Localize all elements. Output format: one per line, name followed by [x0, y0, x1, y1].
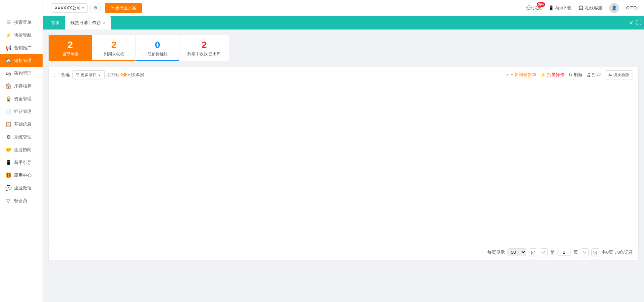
marketing-icon: 📢	[5, 45, 11, 51]
sidebar-item-sales[interactable]: 🏠 销售管理	[0, 54, 43, 67]
sidebar-item-member[interactable]: ▽ 畅会员	[0, 194, 43, 207]
sidebar-label-system: 系统管理	[14, 134, 32, 140]
filter-chevron-icon: ∨	[98, 72, 101, 77]
switch-icon: ⇆	[608, 72, 612, 77]
sidebar-item-purchase[interactable]: 🛍 采购管理	[0, 67, 43, 80]
tab-label-1: 钱货日清工作台	[70, 20, 101, 26]
settings-button[interactable]: ⚙	[90, 3, 101, 13]
sidebar-item-system[interactable]: ⚙ 系统管理	[0, 131, 43, 143]
tab-label-0: 首页	[51, 20, 60, 26]
sidebar-label-member: 畅会员	[14, 198, 27, 204]
company-name: XXXXXX公司	[55, 5, 81, 11]
chevron-down-icon: ▾	[82, 6, 84, 10]
sidebar-item-wechat[interactable]: 💬 企业微信	[0, 182, 43, 194]
expand-tab-button[interactable]: ⛶	[636, 20, 641, 26]
sidebar-label-purchase: 采购管理	[14, 70, 32, 76]
trial-button[interactable]: 体验行业方案	[105, 3, 142, 13]
top-header: 6 畅捷通好生意 标准版 XXXXXX公司 ▾ ⚙ 体验行业方案 💬 消息 99…	[0, 0, 644, 16]
last-page-button[interactable]: ▷|	[591, 248, 599, 256]
service-icon: 🎧	[578, 5, 584, 10]
next-page-button[interactable]: ▷	[581, 248, 589, 256]
stat-card-0[interactable]: 2 全部单据	[49, 35, 92, 61]
sidebar-label-enterprise: 企业协同	[14, 147, 32, 153]
company-selector[interactable]: XXXXXX公司 ▾	[51, 3, 88, 13]
add-label: + 新增销货单	[511, 72, 536, 78]
add-sales-order-button[interactable]: ＋ + 新增销货单	[505, 72, 536, 78]
refresh-button[interactable]: ↻ 刷新	[569, 72, 582, 78]
select-all-checkbox[interactable]	[54, 73, 58, 77]
page-size-label: 每页显示	[487, 249, 505, 255]
sidebar-item-capital[interactable]: 🔒 资金管理	[0, 93, 43, 105]
close-tab-button[interactable]: ✕	[629, 20, 633, 26]
tab-close-1[interactable]: ×	[103, 20, 105, 25]
sidebar-label-wechat: 企业微信	[14, 185, 32, 191]
first-page-button[interactable]: |◁	[529, 248, 537, 256]
system-icon: ⚙	[5, 134, 11, 140]
operation-icon: 📄	[5, 109, 11, 115]
member-icon: ▽	[5, 198, 11, 204]
stat-label-3: 到期未收款 已出库	[187, 51, 221, 57]
sidebar-label-sales: 销售管理	[14, 58, 32, 64]
toolbar-right: ＋ + 新增销货单 ⚡ 批量操作 ↻ 刷新 🖨 打印 ⇆ 切换新版	[505, 70, 633, 79]
sidebar-item-marketing[interactable]: 📢 营销推广	[0, 42, 43, 54]
online-service-button[interactable]: 🎧 在线客服	[578, 5, 602, 11]
gear-icon: ⚙	[94, 5, 98, 10]
sidebar-item-operation[interactable]: 📄 经营管理	[0, 105, 43, 118]
toolbar: 全选 ▽ 更多条件 ∨ 共找到 0条 相关单据 ＋ + 新增销货单 ⚡ 批量操作	[49, 67, 638, 83]
stat-card-3[interactable]: 2 到期未收款 已出库	[179, 35, 229, 61]
sidebar-label-guide: 新手引导	[14, 160, 32, 166]
app-center-icon: 🎁	[5, 172, 11, 178]
sidebar-label-operation: 经营管理	[14, 109, 32, 115]
print-label: 打印	[592, 72, 601, 78]
guide-icon: 📱	[5, 160, 11, 166]
sidebar-item-basic-info[interactable]: 📋 基础信息	[0, 118, 43, 131]
sidebar-item-inventory[interactable]: 🏠 库存核算	[0, 80, 43, 93]
tab-1[interactable]: 钱货日清工作台×	[65, 16, 111, 29]
stat-card-1[interactable]: 2 到期未收款	[92, 35, 136, 61]
table-container: 全选 ▽ 更多条件 ∨ 共找到 0条 相关单据 ＋ + 新增销货单 ⚡ 批量操作	[48, 67, 639, 261]
sidebar-item-quick-nav[interactable]: ⚡ 快捷导航	[0, 29, 43, 42]
stat-card-2[interactable]: 0 旺辅待确认	[136, 35, 179, 61]
page-size-select[interactable]: 2050100	[507, 248, 526, 256]
batch-label: 批量操作	[547, 72, 565, 78]
enterprise-icon: 🤝	[5, 147, 11, 153]
pagination: 每页显示 2050100 |◁ ◁ 第 页 ▷ ▷| 共0页，0条记录	[49, 244, 638, 260]
batch-operation-button[interactable]: ⚡ 批量操作	[540, 72, 565, 78]
sidebar-item-enterprise[interactable]: 🤝 企业协同	[0, 143, 43, 156]
sidebar-item-app-center[interactable]: 🎁 应用中心	[0, 169, 43, 182]
stat-number-0: 2	[57, 39, 84, 51]
batch-icon: ⚡	[540, 72, 546, 77]
table-empty-area	[49, 83, 638, 244]
print-button[interactable]: 🖨 打印	[586, 72, 601, 78]
filter-icon: ▽	[76, 72, 79, 77]
main-content: 2 全部单据 2 到期未收款 0 旺辅待确认 2 到期未收款 已出库 全选 ▽ …	[43, 29, 644, 302]
wechat-icon: 💬	[5, 185, 11, 191]
sidebar-label-inventory: 库存核算	[14, 83, 32, 89]
message-badge: 99+	[537, 2, 545, 7]
total-records: 共0页，0条记录	[602, 249, 633, 255]
switch-version-button[interactable]: ⇆ 切换新版	[605, 70, 633, 79]
tab-0[interactable]: 首页	[46, 16, 65, 29]
page-input[interactable]	[557, 249, 571, 256]
filter-button[interactable]: ▽ 更多条件 ∨	[72, 70, 105, 79]
refresh-label: 刷新	[574, 72, 582, 78]
sidebar-label-marketing: 营销推广	[14, 45, 32, 51]
sidebar-item-guide[interactable]: 📱 新手引导	[0, 156, 43, 169]
sidebar-item-search-menu[interactable]: ☰ 搜索菜单	[0, 16, 43, 29]
sidebar-label-app-center: 应用中心	[14, 172, 32, 178]
page-suffix: 页	[574, 249, 578, 255]
app-download-label: App下载	[555, 5, 572, 11]
avatar-icon: 👤	[611, 5, 617, 10]
stats-row: 2 全部单据 2 到期未收款 0 旺辅待确认 2 到期未收款 已出库	[48, 35, 229, 61]
avatar[interactable]: 👤	[609, 3, 619, 13]
prev-page-button[interactable]: ◁	[540, 248, 548, 256]
sidebar-label-quick-nav: 快捷导航	[14, 32, 32, 38]
capital-icon: 🔒	[5, 96, 11, 102]
filter-label: 更多条件	[80, 72, 97, 78]
select-all-label: 全选	[61, 72, 70, 78]
app-download-button[interactable]: 📱 App下载	[548, 5, 572, 11]
message-button[interactable]: 💬 消息 99+	[526, 5, 542, 11]
refresh-icon: ↻	[569, 72, 572, 77]
stat-number-2: 0	[144, 39, 171, 51]
stat-label-2: 旺辅待确认	[144, 51, 171, 57]
